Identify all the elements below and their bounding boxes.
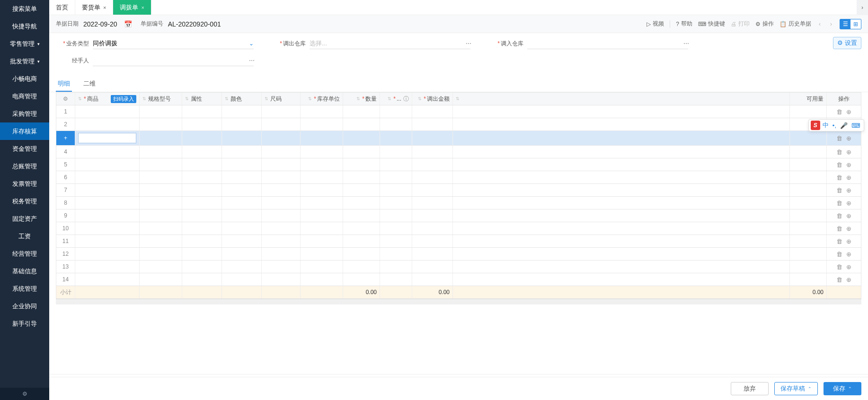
cell[interactable]	[380, 146, 412, 158]
cell[interactable]	[301, 184, 343, 196]
cell[interactable]	[262, 184, 301, 196]
print-link[interactable]: 🖨 打印	[731, 20, 750, 28]
delete-row-icon[interactable]: 🗑	[836, 174, 842, 181]
cell[interactable]	[453, 131, 790, 145]
cell[interactable]	[222, 146, 262, 158]
cell[interactable]	[301, 131, 343, 145]
cell[interactable]	[75, 118, 140, 130]
cell[interactable]	[412, 146, 453, 158]
insert-row-icon[interactable]: ⊕	[846, 161, 851, 168]
cell[interactable]	[790, 261, 827, 273]
sidebar-item-资金管理[interactable]: 资金管理	[0, 140, 49, 157]
cell[interactable]	[75, 235, 140, 247]
row-ops[interactable]: 🗑⊕	[827, 171, 861, 183]
cell[interactable]	[301, 197, 343, 209]
row-ops[interactable]: 🗑⊕	[827, 146, 861, 158]
cell[interactable]	[790, 248, 827, 260]
biz-type-input[interactable]	[93, 38, 254, 49]
table-row[interactable]: 4🗑⊕	[56, 145, 861, 158]
cell[interactable]	[140, 235, 182, 247]
cell[interactable]	[222, 131, 262, 145]
cell[interactable]	[343, 131, 380, 145]
cell[interactable]	[453, 171, 790, 183]
in-warehouse-input[interactable]	[527, 38, 688, 49]
insert-row-icon[interactable]: ⊕	[846, 174, 851, 181]
cell[interactable]	[262, 105, 301, 118]
cell[interactable]	[453, 273, 790, 286]
table-row[interactable]: 9🗑⊕	[56, 209, 861, 222]
cell[interactable]	[75, 248, 140, 260]
cell[interactable]	[262, 146, 301, 158]
sidebar-item-批发管理[interactable]: 批发管理▾	[0, 52, 49, 70]
cell[interactable]	[182, 197, 222, 209]
cell[interactable]	[140, 197, 182, 209]
table-row[interactable]: 6🗑⊕	[56, 171, 861, 183]
cell[interactable]	[453, 248, 790, 260]
cell[interactable]	[343, 146, 380, 158]
sidebar-item-采购管理[interactable]: 采购管理	[0, 105, 49, 122]
cell[interactable]	[140, 131, 182, 145]
col-price[interactable]: ⇅... ⓘ	[380, 93, 412, 105]
cell[interactable]	[222, 118, 262, 130]
ime-punct-icon[interactable]: •,	[831, 122, 838, 129]
cell[interactable]	[222, 261, 262, 273]
tab-要货单[interactable]: 要货单×	[75, 0, 113, 15]
cell[interactable]	[412, 222, 453, 235]
cell[interactable]	[380, 197, 412, 209]
cell[interactable]	[75, 209, 140, 222]
cell[interactable]	[790, 131, 827, 145]
table-row[interactable]: 13🗑⊕	[56, 260, 861, 273]
table-row[interactable]: 11🗑⊕	[56, 235, 861, 247]
sidebar-item-电商管理[interactable]: 电商管理	[0, 87, 49, 105]
info-icon[interactable]: ⓘ	[403, 95, 409, 103]
row-ops[interactable]: 🗑⊕	[827, 209, 861, 222]
cell[interactable]	[182, 171, 222, 183]
insert-row-icon[interactable]: ⊕	[846, 200, 851, 207]
delete-row-icon[interactable]: 🗑	[836, 148, 842, 156]
help-link[interactable]: ? 帮助	[676, 20, 692, 28]
col-size[interactable]: ⇅尺码	[262, 93, 301, 105]
cell[interactable]	[380, 235, 412, 247]
cell[interactable]	[412, 118, 453, 130]
view-grid-icon[interactable]: ⊞	[850, 19, 861, 29]
cell[interactable]	[453, 235, 790, 247]
handler-input[interactable]	[93, 55, 254, 66]
cell[interactable]	[222, 105, 262, 118]
delete-row-icon[interactable]: 🗑	[836, 187, 842, 194]
cell[interactable]	[790, 222, 827, 235]
cell[interactable]	[75, 158, 140, 171]
row-ops[interactable]: 🗑⊕	[827, 222, 861, 235]
calendar-icon[interactable]: 📅	[124, 20, 132, 28]
col-available[interactable]: 可用量	[790, 93, 827, 105]
horizontal-scrollbar[interactable]	[56, 299, 861, 304]
add-row-icon[interactable]: +	[62, 134, 70, 142]
table-row[interactable]: 7🗑⊕	[56, 183, 861, 196]
cell[interactable]	[140, 158, 182, 171]
table-row[interactable]: 1🗑⊕	[56, 105, 861, 118]
table-row[interactable]: 5🗑⊕	[56, 158, 861, 171]
delete-row-icon[interactable]: 🗑	[836, 108, 842, 115]
col-unit[interactable]: ⇅库存单位	[301, 93, 343, 105]
cell[interactable]	[262, 118, 301, 130]
cell[interactable]	[262, 209, 301, 222]
cell[interactable]	[262, 158, 301, 171]
row-ops[interactable]: 🗑⊕	[827, 131, 861, 145]
cell[interactable]	[343, 209, 380, 222]
cell[interactable]	[75, 273, 140, 286]
table-row[interactable]: 8🗑⊕	[56, 196, 861, 209]
cell[interactable]	[453, 118, 790, 130]
insert-row-icon[interactable]: ⊕	[846, 212, 851, 219]
close-icon[interactable]: ×	[141, 5, 144, 10]
cell[interactable]	[380, 131, 412, 145]
cell[interactable]	[790, 273, 827, 286]
cell[interactable]	[182, 118, 222, 130]
video-link[interactable]: ▷ 视频	[647, 20, 664, 28]
cell[interactable]	[412, 184, 453, 196]
cell[interactable]	[453, 184, 790, 196]
col-spec[interactable]: ⇅规格型号	[140, 93, 182, 105]
tab-首页[interactable]: 首页	[49, 0, 75, 15]
col-color[interactable]: ⇅颜色	[222, 93, 262, 105]
ime-lang[interactable]: 中	[821, 121, 830, 130]
cell[interactable]	[380, 184, 412, 196]
gear-icon[interactable]: ⚙	[56, 93, 75, 105]
